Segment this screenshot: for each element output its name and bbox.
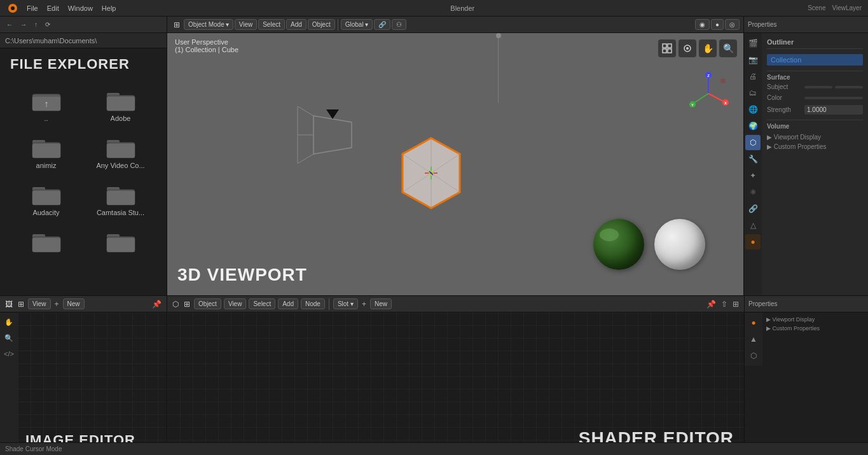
right-bottom-panel: Properties ● ▲ ⬡ ▶ Viewport Display ▶ Cu… <box>744 295 868 455</box>
object-menu[interactable]: Object <box>308 19 335 30</box>
menu-blender[interactable] <box>4 2 22 15</box>
menu-file[interactable]: File <box>23 3 42 13</box>
rb-icon1[interactable]: ● <box>746 315 761 330</box>
ie-view-btn[interactable]: View <box>28 298 51 309</box>
ie-new-btn[interactable]: New <box>63 298 85 309</box>
hand-nav-btn[interactable]: ✋ <box>699 39 717 57</box>
rb-icon3[interactable]: ⬡ <box>746 348 761 363</box>
fe-refresh-btn[interactable]: ⟳ <box>43 20 53 29</box>
white-sphere <box>654 219 705 270</box>
view-menu[interactable]: View <box>235 19 258 30</box>
view-layer-icon[interactable]: 🗂 <box>745 85 761 101</box>
menu-edit[interactable]: Edit <box>43 3 63 13</box>
add-menu[interactable]: Add <box>286 19 307 30</box>
menu-window[interactable]: Window <box>64 3 97 13</box>
xray-btn[interactable]: ◎ <box>725 19 740 30</box>
zoom-nav-btn[interactable]: 🔍 <box>719 39 737 57</box>
props-row: Subject <box>767 83 863 90</box>
file-label: Any Video Co... <box>96 162 144 169</box>
dropdown-arrow-icon: ▾ <box>226 21 229 28</box>
list-item[interactable]: ↑ .. <box>10 83 82 127</box>
fe-forward-btn[interactable]: → <box>18 20 29 29</box>
shader-select-btn[interactable]: Select <box>249 298 275 309</box>
data-icon[interactable]: △ <box>745 218 761 233</box>
viewport-display-label: ▶ Viewport Display <box>766 316 864 323</box>
ie-hand-tool[interactable]: ✋ <box>2 315 16 329</box>
list-item[interactable] <box>10 224 82 261</box>
viewport-content[interactable]: User Perspective (1) Collection | Cube ✋… <box>167 33 743 295</box>
strength-value[interactable]: 1.0000 <box>804 105 863 115</box>
render-props-icon[interactable]: 📷 <box>745 52 761 67</box>
image-editor-content[interactable]: IMAGE EDITOR <box>18 312 167 455</box>
shader-add-btn[interactable]: Add <box>278 298 298 309</box>
ie-mode-icon[interactable]: 🖼 <box>4 298 14 310</box>
menu-help[interactable]: Help <box>98 3 120 13</box>
shader-mode-icon[interactable]: ⬡ <box>171 298 180 310</box>
breadcrumb: C:\Users\muham\Documents\ <box>0 33 167 48</box>
material-icon[interactable]: ● <box>745 234 761 249</box>
shader-add-slot-icon[interactable]: + <box>361 298 368 310</box>
shader-editor-content[interactable]: SHADER EDITOR <box>167 312 744 455</box>
status-bar: Shade Cursor Mode <box>0 442 868 455</box>
folder-icon <box>106 88 136 112</box>
list-item[interactable]: animiz <box>10 130 82 174</box>
file-grid: ↑ .. Adobe <box>0 78 167 266</box>
scene-props-icon[interactable]: 🎬 <box>745 36 761 51</box>
camera-nav-btn[interactable] <box>679 39 696 57</box>
shader-grid-icon[interactable]: ⊞ <box>731 298 740 310</box>
fe-up-btn[interactable]: ↑ <box>32 20 40 29</box>
list-item[interactable]: Any Video Co... <box>85 130 156 174</box>
shader-view-btn[interactable]: View <box>224 298 247 309</box>
list-item[interactable]: Audacity <box>10 177 82 221</box>
shader-wrap-icon[interactable]: ⇧ <box>720 298 729 310</box>
scene-icon[interactable]: 🌐 <box>745 102 761 117</box>
subject-value[interactable] <box>804 86 832 88</box>
folder-icon <box>31 182 62 206</box>
view-layer-label: ViewLayer <box>829 4 864 11</box>
modifier-icon[interactable]: 🔧 <box>745 151 761 167</box>
object-icon[interactable]: ⬡ <box>745 135 761 150</box>
list-item[interactable]: Camtasia Stu... <box>85 177 156 221</box>
ie-zoom-tool[interactable]: 🔍 <box>2 331 16 345</box>
color-value[interactable] <box>804 97 863 99</box>
file-label: Camtasia Stu... <box>97 209 144 216</box>
ie-code-tool[interactable]: </> <box>2 347 16 361</box>
world-icon[interactable]: 🌍 <box>745 118 761 134</box>
constraints-icon[interactable]: 🔗 <box>745 201 761 216</box>
fe-back-btn[interactable]: ← <box>4 20 15 29</box>
particles-icon[interactable]: ✦ <box>745 168 761 183</box>
mode-label: Object Mode <box>188 21 224 28</box>
global-dropdown[interactable]: Global ▾ <box>341 19 373 30</box>
ie-add-icon[interactable]: + <box>53 298 60 310</box>
shader-object-btn[interactable]: Object <box>194 298 221 309</box>
shader-icon2[interactable]: ⊞ <box>183 298 191 310</box>
shading-btn[interactable]: ● <box>711 19 724 30</box>
transform-btn[interactable]: ⚇ <box>392 19 406 30</box>
list-item[interactable] <box>85 224 156 261</box>
physics-icon[interactable]: ⚛ <box>745 185 761 200</box>
image-editor-panel: 🖼 ⊞ View + New 📌 ✋ 🔍 </> IMAGE EDITOR <box>0 295 167 455</box>
rb-icon2[interactable]: ▲ <box>746 332 761 347</box>
viewport-mode-icon[interactable]: ⊞ <box>171 19 183 31</box>
ie-pin-icon[interactable]: 📌 <box>151 298 163 310</box>
output-props-icon[interactable]: 🖨 <box>745 69 761 84</box>
svg-line-38 <box>694 94 708 103</box>
selected-cube <box>390 132 472 223</box>
slot-dropdown[interactable]: Slot ▾ <box>333 298 358 309</box>
view-dot <box>496 33 501 38</box>
svg-rect-26 <box>663 44 666 48</box>
shader-pin-icon[interactable]: 📌 <box>705 298 717 310</box>
folder-icon <box>106 229 136 253</box>
select-menu[interactable]: Select <box>258 19 285 30</box>
list-item[interactable]: Adobe <box>85 83 156 127</box>
ie-icon2[interactable]: ⊞ <box>17 298 25 310</box>
folder-up-icon: ↑ <box>31 88 62 112</box>
shader-new-btn[interactable]: New <box>370 298 392 309</box>
outliner-collection[interactable]: Collection <box>767 54 863 66</box>
snap-btn[interactable]: 🔗 <box>374 19 390 30</box>
background-value[interactable] <box>835 86 863 88</box>
shader-node-btn[interactable]: Node <box>301 298 325 309</box>
mode-dropdown[interactable]: Object Mode ▾ <box>184 19 233 30</box>
overlay-btn[interactable]: ◉ <box>695 19 710 30</box>
grid-nav-btn[interactable] <box>658 39 676 57</box>
